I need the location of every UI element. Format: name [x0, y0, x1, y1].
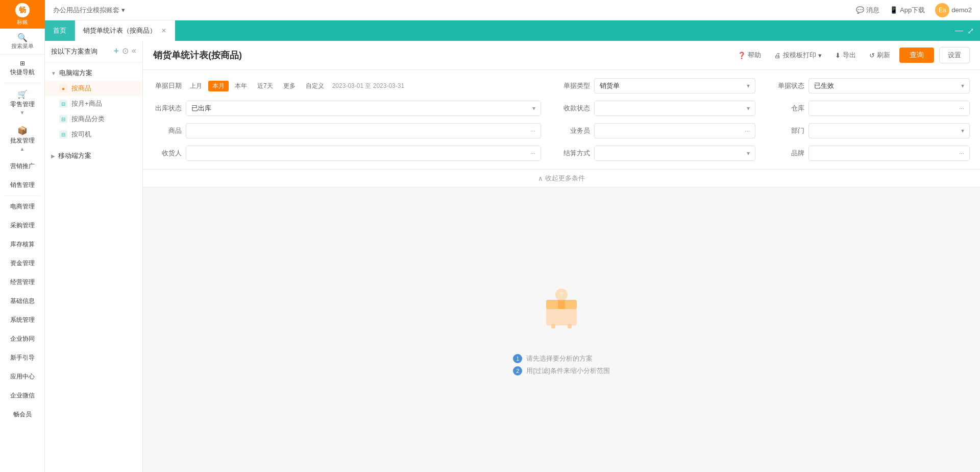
tab-minimize-btn[interactable]: —	[953, 26, 965, 35]
help-btn[interactable]: ❓ 帮助	[733, 49, 765, 62]
filter-date: 单据日期 上月 本月 本年 近7天 更多 自定义 2023-03-01 至 20…	[153, 81, 541, 91]
sub-sidebar: 按以下方案查询 + ⊙ « ▼ 电脑端方案 ● 按商品 ⊟ 按	[45, 41, 143, 472]
filter-out-status: 出库状态 已出库 ▾	[153, 101, 541, 116]
export-icon: ⬇	[835, 52, 841, 59]
finance-label: 资金管理	[10, 259, 35, 268]
sidebar-item-basic[interactable]: 基础信息	[0, 292, 44, 311]
sales-rep-control[interactable]: ···	[594, 123, 755, 138]
receipt-status-control[interactable]: ▾	[594, 101, 755, 116]
sidebar-item-member[interactable]: 畅会员	[0, 405, 44, 424]
doc-type-control[interactable]: 销货单 ▾	[594, 78, 755, 93]
user-menu[interactable]: Ea demo2	[935, 3, 972, 17]
sidebar-item-newbie[interactable]: 新手引导	[0, 348, 44, 367]
add-scheme-btn[interactable]: +	[114, 46, 119, 57]
main-area: 办公用品行业模拟账套 ▾ 💬 消息 📱 App下载 Ea demo2 首页	[45, 0, 980, 472]
sidebar-search[interactable]: 🔍 搜索菜单	[0, 29, 44, 55]
payment-control[interactable]: ▾	[594, 146, 755, 161]
doc-type-arrow: ▾	[747, 82, 750, 89]
settings-btn[interactable]: 设置	[939, 47, 970, 63]
tip2-text: 用[过滤]条件来缩小分析范围	[526, 366, 609, 375]
collapse-bar: ∧ 收起更多条件	[143, 170, 980, 187]
edit-scheme-btn[interactable]: ⊙	[122, 46, 129, 57]
sidebar-item-quick-nav[interactable]: ⊞ 快捷导航	[0, 55, 44, 82]
print-btn[interactable]: 🖨 按模板打印 ▾	[770, 49, 826, 62]
refresh-btn[interactable]: ↺ 刷新	[865, 49, 894, 62]
basic-label: 基础信息	[10, 297, 35, 305]
filter-doc-status: 单据状态 已生效 ▾	[776, 78, 970, 93]
sidebar-item-sales[interactable]: 销售管理	[0, 176, 44, 195]
sidebar-item-wholesale[interactable]: 📦 批发管理 ▲	[0, 121, 44, 157]
collapse-label: 收起更多条件	[545, 174, 585, 183]
by-month-icon: ⊟	[59, 100, 67, 108]
scheme-by-product-cat[interactable]: ⊟ 按商品分类	[45, 111, 142, 127]
scheme-by-clerk[interactable]: ⊟ 按司机	[45, 127, 142, 142]
recipient-control[interactable]: ···	[186, 146, 541, 161]
doc-status-control[interactable]: 已生效 ▾	[808, 78, 970, 93]
by-product-icon: ●	[59, 84, 67, 92]
scheme-by-month-product[interactable]: ⊟ 按月+商品	[45, 96, 142, 111]
header-right: 💬 消息 📱 App下载 Ea demo2	[856, 3, 972, 17]
sidebar-item-purchase[interactable]: 采购管理	[0, 216, 44, 235]
collapse-btn[interactable]: ∧ 收起更多条件	[538, 174, 585, 183]
sidebar-item-wechat[interactable]: 企业微信	[0, 386, 44, 405]
empty-state: ? 1 请先选择要分析的方案 2 用[过滤]条件来缩小分析范围	[143, 187, 980, 472]
message-btn[interactable]: 💬 消息	[856, 6, 879, 15]
content-wrapper: 按以下方案查询 + ⊙ « ▼ 电脑端方案 ● 按商品 ⊟ 按	[45, 41, 980, 472]
sidebar-item-ecommerce[interactable]: 电商管理	[0, 197, 44, 216]
tip1-text: 请先选择要分析的方案	[526, 354, 593, 363]
payment-label: 结算方式	[561, 149, 590, 158]
app-name-arrow: ▾	[121, 6, 125, 14]
app-name[interactable]: 办公用品行业模拟账套 ▾	[53, 6, 125, 15]
warehouse-label: 仓库	[776, 104, 804, 113]
refresh-label: 刷新	[877, 51, 890, 60]
tab-home[interactable]: 首页	[45, 20, 75, 41]
sidebar-item-finance[interactable]: 资金管理	[0, 254, 44, 273]
empty-box-svg: ?	[538, 285, 584, 331]
date-tab-7days[interactable]: 近7天	[253, 81, 277, 91]
app-logo[interactable]: 畅 标账	[0, 0, 45, 29]
date-tab-custom[interactable]: 自定义	[302, 81, 328, 91]
help-label: 帮助	[748, 51, 761, 60]
scheme-by-product[interactable]: ● 按商品	[45, 81, 142, 96]
avatar: Ea	[935, 3, 949, 17]
filter-sales-rep: 业务员 ···	[561, 123, 755, 138]
tab-report[interactable]: 销货单统计表（按商品） ✕	[75, 20, 175, 41]
app-download-btn[interactable]: 📱 App下载	[890, 6, 925, 15]
svg-rect-5	[551, 324, 555, 328]
svg-rect-6	[568, 324, 572, 328]
date-tab-last-month[interactable]: 上月	[186, 81, 206, 91]
product-control[interactable]: ···	[186, 123, 541, 138]
sidebar-item-operations[interactable]: 经营管理	[0, 273, 44, 292]
purchase-label: 采购管理	[10, 221, 35, 230]
tab-close-icon[interactable]: ✕	[161, 27, 166, 34]
date-tab-this-year[interactable]: 本年	[231, 81, 251, 91]
by-clerk-label: 按司机	[71, 130, 91, 139]
sidebar-item-inventory[interactable]: 库存核算	[0, 235, 44, 254]
filter-area: 单据日期 上月 本月 本年 近7天 更多 自定义 2023-03-01 至 20…	[143, 70, 980, 170]
export-btn[interactable]: ⬇ 导出	[831, 49, 860, 62]
tab-maximize-btn[interactable]: ⤢	[965, 26, 976, 36]
sidebar-item-enterprise[interactable]: 企业协同	[0, 329, 44, 348]
wechat-label: 企业微信	[10, 391, 35, 400]
doc-status-label: 单据状态	[776, 81, 804, 90]
doc-status-value: 已生效	[814, 81, 961, 90]
by-product-cat-icon: ⊟	[59, 115, 67, 123]
query-btn[interactable]: 查询	[899, 48, 934, 63]
mobile-scheme-category[interactable]: ▶ 移动端方案	[45, 148, 142, 163]
out-status-control[interactable]: 已出库 ▾	[186, 101, 541, 116]
collapse-sidebar-btn[interactable]: «	[132, 46, 136, 57]
pc-scheme-category[interactable]: ▼ 电脑端方案	[45, 65, 142, 81]
sidebar-item-system[interactable]: 系统管理	[0, 311, 44, 329]
sidebar-item-marketing[interactable]: 营销推广	[0, 157, 44, 176]
warehouse-control[interactable]: ···	[808, 101, 970, 116]
wholesale-icon: 📦	[17, 126, 28, 135]
date-tab-more[interactable]: 更多	[279, 81, 300, 91]
payment-arrow: ▾	[747, 150, 750, 157]
sidebar-item-app-center[interactable]: 应用中心	[0, 367, 44, 386]
sub-sidebar-actions: + ⊙ «	[114, 46, 136, 57]
sidebar: 畅 标账 🔍 搜索菜单 ⊞ 快捷导航 🛒 零售管理 ▼ 📦 批发管理 ▲ 营销推…	[0, 0, 45, 472]
brand-control[interactable]: ···	[808, 146, 970, 161]
sidebar-item-retail[interactable]: 🛒 零售管理 ▼	[0, 84, 44, 121]
date-tab-this-month[interactable]: 本月	[208, 81, 229, 91]
department-control[interactable]: ▾	[808, 123, 970, 138]
